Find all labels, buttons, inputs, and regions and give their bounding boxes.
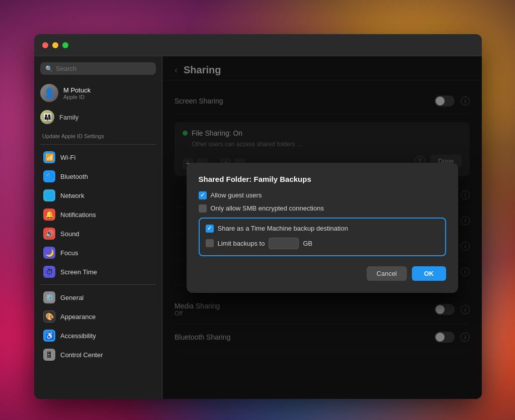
sidebar-item-label: Notifications xyxy=(60,211,96,219)
time-machine-checkbox[interactable]: ✓ xyxy=(206,225,214,233)
user-profile-item[interactable]: 👤 M Potuck Apple ID xyxy=(34,81,162,105)
sidebar-item-label: Accessibility xyxy=(60,332,96,340)
limit-backups-row: Limit backups to GB xyxy=(206,238,439,249)
sidebar-item-label: Appearance xyxy=(60,313,96,321)
time-machine-share-row: ✓ Share as a Time Machine backup destina… xyxy=(206,225,439,233)
family-item[interactable]: 👨‍👩‍👧 Family xyxy=(34,107,162,127)
sidebar-item-label: Wi-Fi xyxy=(60,154,75,161)
sidebar-item-screentime[interactable]: ⏱ Screen Time xyxy=(37,263,159,281)
sidebar-item-focus[interactable]: 🌙 Focus xyxy=(37,244,159,262)
family-avatar: 👨‍👩‍👧 xyxy=(40,110,54,124)
focus-icon: 🌙 xyxy=(43,247,55,259)
allow-guest-row: ✓ Allow guest users xyxy=(199,191,446,199)
wifi-icon: 📶 xyxy=(43,151,55,163)
sidebar-divider xyxy=(40,284,156,285)
sidebar-item-bluetooth[interactable]: 🔷 Bluetooth xyxy=(37,167,159,185)
time-machine-label: Share as a Time Machine backup destinati… xyxy=(218,225,348,232)
sidebar-item-label: Screen Time xyxy=(60,268,97,276)
smb-encrypted-row: Only allow SMB encrypted connections xyxy=(199,204,446,213)
sidebar-item-label: Focus xyxy=(60,249,78,257)
search-bar[interactable]: 🔍 xyxy=(40,62,156,75)
sidebar-item-sound[interactable]: 🔊 Sound xyxy=(37,225,159,243)
sidebar-item-general[interactable]: ⚙️ General xyxy=(37,288,159,306)
checkmark-icon: ✓ xyxy=(200,192,205,198)
limit-backups-checkbox[interactable] xyxy=(206,239,214,247)
allow-guest-label: Allow guest users xyxy=(211,191,262,199)
cancel-button[interactable]: Cancel xyxy=(367,266,407,281)
user-name: M Potuck xyxy=(63,86,91,94)
dialog-overlay: Shared Folder: Family Backups ✓ Allow gu… xyxy=(162,56,482,399)
notifications-icon: 🔔 xyxy=(43,208,55,221)
main-content: ‹ Sharing Screen Sharing i File Sharin xyxy=(162,56,482,399)
sound-icon: 🔊 xyxy=(43,228,55,240)
gb-label: GB xyxy=(303,240,312,247)
user-info: M Potuck Apple ID xyxy=(63,86,91,100)
family-label: Family xyxy=(59,114,78,121)
search-icon: 🔍 xyxy=(45,65,53,72)
time-machine-section: ✓ Share as a Time Machine backup destina… xyxy=(199,218,446,256)
avatar: 👤 xyxy=(40,84,58,102)
system-preferences-window: 🔍 👤 M Potuck Apple ID 👨‍👩‍👧 Family Updat xyxy=(34,34,482,399)
minimize-button[interactable] xyxy=(52,42,58,48)
dialog-title: Shared Folder: Family Backups xyxy=(199,175,446,183)
traffic-lights xyxy=(42,42,68,48)
title-bar xyxy=(34,34,482,56)
sidebar-item-accessibility[interactable]: ♿ Accessibility xyxy=(37,327,159,345)
maximize-button[interactable] xyxy=(62,42,68,48)
shared-folder-dialog: Shared Folder: Family Backups ✓ Allow gu… xyxy=(187,163,458,293)
bluetooth-icon: 🔷 xyxy=(43,170,55,182)
sidebar-item-network[interactable]: 🌐 Network xyxy=(37,186,159,204)
appearance-icon: 🎨 xyxy=(43,310,55,323)
dialog-buttons: Cancel OK xyxy=(199,266,446,281)
sidebar: 🔍 👤 M Potuck Apple ID 👨‍👩‍👧 Family Updat xyxy=(34,56,162,399)
allow-guest-checkbox[interactable]: ✓ xyxy=(199,191,207,199)
limit-backups-input[interactable] xyxy=(269,238,299,249)
general-icon: ⚙️ xyxy=(43,291,55,303)
sidebar-item-label: Control Center xyxy=(60,351,103,359)
sidebar-item-label: Network xyxy=(60,192,84,199)
sidebar-item-wifi[interactable]: 📶 Wi-Fi xyxy=(37,148,159,166)
sidebar-item-control-center[interactable]: 🎛 Control Center xyxy=(37,346,159,364)
network-icon: 🌐 xyxy=(43,189,55,201)
user-subtitle: Apple ID xyxy=(63,94,91,100)
sidebar-divider xyxy=(40,144,156,145)
section-header: Update Apple ID Settings xyxy=(34,131,162,141)
sidebar-item-appearance[interactable]: 🎨 Appearance xyxy=(37,307,159,326)
screentime-icon: ⏱ xyxy=(43,266,55,278)
smb-encrypted-label: Only allow SMB encrypted connections xyxy=(211,204,324,212)
close-button[interactable] xyxy=(42,42,48,48)
sidebar-item-notifications[interactable]: 🔔 Notifications xyxy=(37,205,159,224)
sidebar-item-label: General xyxy=(60,294,83,301)
ok-button[interactable]: OK xyxy=(412,266,446,281)
window-content: 🔍 👤 M Potuck Apple ID 👨‍👩‍👧 Family Updat xyxy=(34,56,482,399)
control-center-icon: 🎛 xyxy=(43,349,55,361)
sidebar-item-label: Sound xyxy=(60,230,79,238)
checkmark-icon: ✓ xyxy=(207,225,212,232)
smb-encrypted-checkbox[interactable] xyxy=(199,204,207,213)
limit-backups-label: Limit backups to xyxy=(218,240,265,247)
search-input[interactable] xyxy=(56,65,151,72)
sidebar-item-label: Bluetooth xyxy=(60,173,88,180)
accessibility-icon: ♿ xyxy=(43,330,55,342)
